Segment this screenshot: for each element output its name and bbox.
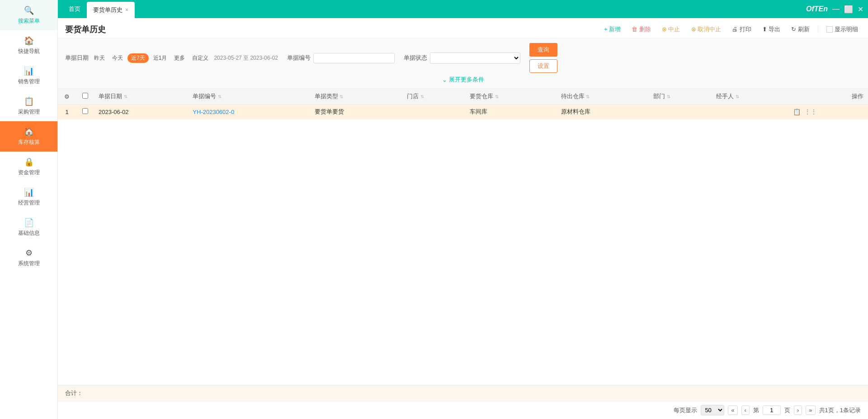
base-info-icon: 📄 [24,218,34,228]
expand-label: 展开更多条件 [449,76,484,84]
page-header: 要货单历史 + 新增 🗑 删除 ⊗ 中止 ⊗ 取消中止 🖨 打印 ⬆ 导出 ↻ … [58,18,868,38]
col-pending-warehouse-label: 待出仓库 [561,93,585,100]
row-select-checkbox[interactable] [82,108,88,114]
show-detail-checkbox[interactable] [826,26,833,33]
query-button[interactable]: 查询 [529,43,557,57]
col-handler[interactable]: 经手人 ⇅ [712,89,788,105]
search-menu-icon: 🔍 [24,5,34,15]
page-size-label: 每页显示 [674,406,697,414]
expand-filter-button[interactable]: ⌄ 展开更多条件 [442,76,484,84]
pagination: 每页显示 50 20 100 « ‹ 第 页 › » 共1页，1条记录 [58,401,868,419]
row-edit-icon[interactable]: 📋 [793,108,801,115]
date-filter-1month[interactable]: 近1月 [151,53,170,63]
refresh-button[interactable]: ↻ 刷新 [788,24,812,35]
col-store[interactable]: 门店 ⇅ [402,89,465,105]
date-filter-more[interactable]: 更多 [171,53,188,63]
summary-label: 合计： [65,390,83,396]
col-req-warehouse-sort-icon[interactable]: ⇅ [495,94,499,99]
row-handler [712,105,788,119]
topbar-close-icon[interactable]: ✕ [858,5,863,14]
col-doc-no-sort-icon[interactable]: ⇅ [218,94,222,99]
new-button[interactable]: + 新增 [601,24,623,35]
ops-mgmt-icon: 📊 [24,187,34,197]
date-filter-custom[interactable]: 自定义 [189,53,211,63]
stop-button[interactable]: ⊗ 中止 [659,24,683,35]
page-size-select[interactable]: 50 20 100 [701,405,724,415]
col-doc-type-sort-icon[interactable]: ⇅ [340,94,343,99]
sidebar-item-purchase-mgmt[interactable]: 📋 采购管理 [0,91,57,121]
doc-status-label: 单据状态 [404,54,427,62]
sidebar-item-finance-mgmt[interactable]: 🔒 资金管理 [0,152,57,182]
date-filter-today[interactable]: 今天 [109,53,126,63]
col-doc-no[interactable]: 单据编号 ⇅ [188,89,310,105]
row-doc-type: 要货单要货 [310,105,403,119]
row-doc-no[interactable]: YH-20230602-0 [188,105,310,119]
doc-no-label: 单据编号 [287,54,311,62]
col-store-sort-icon[interactable]: ⇅ [420,94,424,99]
doc-no-input[interactable] [313,53,395,63]
next-page-button[interactable]: › [794,405,802,415]
row-store [402,105,465,119]
date-filter-7days[interactable]: 近7天 [127,53,149,63]
show-detail-button[interactable]: 显示明细 [824,24,861,35]
row-doc-date: 2023-06-02 [94,105,188,119]
tab-active[interactable]: 要货单历史 × [87,2,135,18]
delete-button[interactable]: 🗑 删除 [629,24,654,35]
sidebar-item-sys-mgmt[interactable]: ⚙ 系统管理 [0,243,57,273]
page-unit: 页 [784,406,790,414]
col-handler-sort-icon[interactable]: ⇅ [736,94,739,99]
col-pending-warehouse[interactable]: 待出仓库 ⇅ [557,89,649,105]
date-filter-yesterday[interactable]: 昨天 [91,53,108,63]
select-all-checkbox[interactable] [82,93,88,99]
row-checkbox[interactable] [76,105,94,119]
print-button[interactable]: 🖨 打印 [729,24,754,35]
sidebar-item-base-info[interactable]: 📄 基础信息 [0,212,57,243]
last-page-button[interactable]: » [806,405,815,415]
sidebar-item-quick-nav[interactable]: 🏠 快捷导航 [0,30,57,61]
settings-button[interactable]: 设置 [529,59,557,73]
tab-close-icon[interactable]: × [125,7,128,13]
filter-row: 单据日期 昨天 今天 近7天 近1月 更多 自定义 2023-05-27 至 2… [65,43,861,73]
sidebar-item-sales-mgmt[interactable]: 📊 销售管理 [0,61,57,91]
table-container: ⚙ 单据日期 ⇅ 单据编号 ⇅ [58,89,868,385]
topbar-minimize-icon[interactable]: — [832,5,840,13]
settings-col-icon[interactable]: ⚙ [64,93,70,100]
page-title: 要货单历史 [65,24,106,35]
sales-mgmt-icon: 📊 [24,66,34,76]
sidebar-item-ops-mgmt[interactable]: 📊 经营管理 [0,182,57,212]
col-doc-type[interactable]: 单据类型 ⇅ [310,89,403,105]
col-doc-no-label: 单据编号 [193,93,216,100]
page-number-input[interactable] [763,405,781,415]
row-doc-no-link[interactable]: YH-20230602-0 [193,109,234,115]
tab-home[interactable]: 首页 [62,0,87,18]
col-req-warehouse-label: 要货仓库 [470,93,493,100]
col-req-warehouse[interactable]: 要货仓库 ⇅ [465,89,556,105]
col-dept[interactable]: 部门 ⇅ [649,89,712,105]
purchase-mgmt-icon: 📋 [24,96,34,106]
date-filter-group: 单据日期 昨天 今天 近7天 近1月 更多 自定义 2023-05-27 至 2… [65,53,278,63]
col-checkbox[interactable] [76,89,94,105]
row-more-icon[interactable]: ⋮⋮ [804,108,817,115]
prev-page-button[interactable]: ‹ [741,405,750,415]
row-action-icons: 📋 ⋮⋮ [793,108,863,115]
table-header-row: ⚙ 单据日期 ⇅ 单据编号 ⇅ [58,89,868,105]
cancel-stop-button[interactable]: ⊗ 取消中止 [689,24,724,35]
col-handler-label: 经手人 [716,93,734,100]
topbar-right: OfTEn — ⬜ ✕ [806,5,863,14]
col-doc-date[interactable]: 单据日期 ⇅ [94,89,188,105]
date-filter-label: 单据日期 [65,54,89,62]
col-doc-type-label: 单据类型 [315,93,338,100]
footer-summary: 合计： [58,385,868,401]
col-pending-warehouse-sort-icon[interactable]: ⇅ [586,94,590,99]
doc-status-select[interactable] [430,52,520,64]
export-button[interactable]: ⬆ 导出 [760,24,783,35]
tab-home-label: 首页 [69,5,80,13]
col-settings[interactable]: ⚙ [58,89,76,105]
sidebar-item-search-menu[interactable]: 🔍 搜索菜单 [0,0,57,30]
filter-area: 单据日期 昨天 今天 近7天 近1月 更多 自定义 2023-05-27 至 2… [58,38,868,89]
col-dept-sort-icon[interactable]: ⇅ [667,94,670,99]
col-doc-date-sort-icon[interactable]: ⇅ [124,94,127,99]
topbar-maximize-icon[interactable]: ⬜ [844,5,853,14]
first-page-button[interactable]: « [728,405,737,415]
sidebar-item-inventory[interactable]: 🏠 库存核算 [0,121,57,152]
